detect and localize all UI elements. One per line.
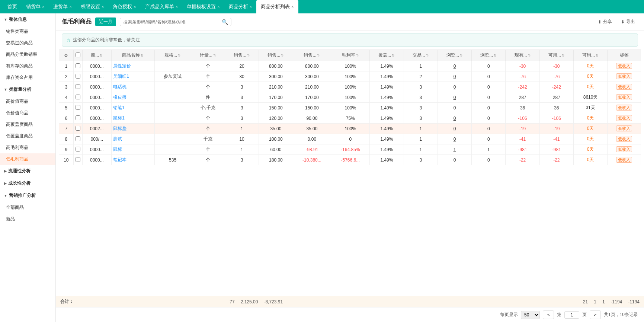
row-spec: 535	[154, 155, 191, 165]
row-name[interactable]: 铅笔1	[112, 103, 154, 113]
row-browse1[interactable]: 0	[438, 103, 471, 113]
row-checkbox[interactable]	[73, 61, 82, 71]
sidebar-item-sales-products[interactable]: 销售类商品	[0, 26, 55, 37]
row-checkbox[interactable]	[73, 144, 82, 155]
sidebar-group-growth[interactable]: ▶ 成长性分析	[0, 177, 55, 189]
table-row: 3 0000... 电话机 个 3 210.00 210.00 100% 1.4…	[59, 82, 641, 92]
nav-sales[interactable]: 销货单 ×	[22, 0, 49, 13]
nav-product-analysis-list-close[interactable]: ×	[291, 4, 294, 9]
row-spec	[154, 113, 191, 124]
select-all-checkbox[interactable]	[76, 52, 80, 57]
sidebar-item-inventory-capital[interactable]: 库存资金占用	[0, 72, 55, 83]
row-browse1[interactable]: 0	[438, 113, 471, 124]
nav-purchase-close[interactable]: ×	[69, 4, 71, 9]
row-name[interactable]: 测试	[112, 134, 154, 144]
sidebar-item-new-products[interactable]: 新品	[0, 213, 55, 225]
nav-roles[interactable]: 角色授权 ×	[108, 0, 140, 13]
row-browse1[interactable]: 0	[438, 92, 471, 103]
row-checkbox[interactable]	[73, 134, 82, 144]
nav-sales-close[interactable]: ×	[42, 4, 44, 9]
row-name[interactable]: 鼠标垫	[112, 124, 154, 134]
sidebar-group-overall[interactable]: ▼ 整体信息	[0, 13, 55, 26]
sidebar-item-low-value[interactable]: 低价值商品	[0, 107, 55, 119]
row-name[interactable]: 鼠标1	[112, 113, 154, 124]
share-button[interactable]: ⬆ 分享	[595, 17, 615, 26]
col-browse2[interactable]: 浏览... ⇅	[472, 50, 506, 61]
row-name[interactable]: 橡皮擦	[112, 92, 154, 103]
col-sales-price[interactable]: 销售... ⇅	[259, 50, 293, 61]
sidebar-item-high-coverage[interactable]: 高覆盖度商品	[0, 119, 55, 130]
col-sales-qty[interactable]: 销售... ⇅	[225, 50, 259, 61]
page-input[interactable]	[564, 311, 579, 319]
row-name[interactable]: 电话机	[112, 82, 154, 92]
col-browse1[interactable]: 浏览... ⇅	[438, 50, 471, 61]
row-transaction: 2	[404, 71, 438, 82]
search-input[interactable]	[123, 19, 222, 25]
sidebar-item-low-coverage[interactable]: 低覆盖度商品	[0, 130, 55, 142]
row-name[interactable]: 鼠标	[112, 144, 154, 155]
row-sellable: 0天	[573, 155, 607, 165]
col-available[interactable]: 可用... ⇅	[539, 50, 573, 61]
row-checkbox[interactable]	[73, 82, 82, 92]
col-gross-margin[interactable]: 毛利率 ⇅	[331, 50, 370, 61]
sidebar-group-circulation[interactable]: ▶ 流通性分析	[0, 165, 55, 177]
nav-permissions-close[interactable]: ×	[102, 4, 104, 9]
nav-template-settings[interactable]: 单据模板设置 ×	[182, 0, 224, 13]
sidebar-group-marketing[interactable]: ▼ 营销推广分析	[0, 189, 55, 202]
row-browse1[interactable]: 0	[438, 155, 471, 165]
row-checkbox[interactable]	[73, 124, 82, 134]
nav-template-close[interactable]: ×	[217, 4, 220, 9]
row-browse1[interactable]: 1	[438, 144, 471, 155]
row-browse1[interactable]: 0	[438, 61, 471, 71]
per-page-select[interactable]: 50 100 200	[521, 311, 540, 319]
row-sales-qty: 20	[225, 61, 259, 71]
nav-product-analysis-close[interactable]: ×	[250, 4, 252, 9]
sidebar-item-category-rate[interactable]: 商品分类助销率	[0, 49, 55, 60]
export-button[interactable]: ⬇ 导出	[618, 17, 638, 26]
row-checkbox[interactable]	[73, 103, 82, 113]
col-sales-amount[interactable]: 销售... ⇅	[293, 50, 331, 61]
period-button[interactable]: 近一月	[95, 17, 116, 26]
col-name[interactable]: 商品名称 ⇅	[112, 50, 154, 61]
nav-product-entry[interactable]: 产成品入库单 ×	[141, 0, 182, 13]
sidebar-item-high-margin[interactable]: 高毛利商品	[0, 142, 55, 153]
col-spec[interactable]: 规格... ⇅	[154, 50, 191, 61]
nav-purchase[interactable]: 进货单 ×	[49, 0, 76, 13]
row-no: 6	[59, 113, 74, 124]
sidebar-item-all-products[interactable]: 全部商品	[0, 202, 55, 213]
row-sales-price: 150.00	[259, 103, 293, 113]
prev-page-button[interactable]: ＜	[543, 310, 554, 319]
nav-permissions[interactable]: 权限设置 ×	[76, 0, 108, 13]
row-checkbox[interactable]	[73, 155, 82, 165]
sidebar-group-cluster[interactable]: ▼ 类群量分析	[0, 83, 55, 96]
nav-roles-close[interactable]: ×	[134, 4, 136, 9]
row-name[interactable]: 吴细细1	[112, 71, 154, 82]
col-settings[interactable]: ⚙	[59, 50, 74, 61]
nav-product-analysis[interactable]: 商品分析 ×	[224, 0, 256, 13]
col-tag[interactable]: 标签	[608, 50, 641, 61]
row-browse1[interactable]: 0	[438, 71, 471, 82]
nav-product-entry-close[interactable]: ×	[176, 4, 178, 9]
col-sellable[interactable]: 可销... ⇅	[573, 50, 607, 61]
row-name[interactable]: 笔记本	[112, 155, 154, 165]
sidebar-item-stocked-products[interactable]: 有库存的商品	[0, 60, 55, 72]
col-transaction[interactable]: 交易... ⇅	[404, 50, 438, 61]
col-coverage[interactable]: 覆盖... ⇅	[370, 50, 404, 61]
sidebar-item-high-value[interactable]: 高价值商品	[0, 96, 55, 107]
sidebar-item-traded-products[interactable]: 交易过的商品	[0, 37, 55, 49]
row-browse1[interactable]: 0	[438, 82, 471, 92]
row-checkbox[interactable]	[73, 113, 82, 124]
row-browse1[interactable]: 0	[438, 124, 471, 134]
sidebar-item-low-margin[interactable]: 低毛利商品	[0, 153, 55, 165]
row-browse1[interactable]: 0	[438, 134, 471, 144]
row-name[interactable]: 属性定价	[112, 61, 154, 71]
col-current-stock[interactable]: 现有... ⇅	[506, 50, 539, 61]
col-unit[interactable]: 计量... ⇅	[191, 50, 225, 61]
row-checkbox[interactable]	[73, 92, 82, 103]
col-code[interactable]: 商... ⇅	[82, 50, 112, 61]
nav-product-analysis-list[interactable]: 商品分析列表 ×	[256, 0, 298, 13]
row-checkbox[interactable]	[73, 71, 82, 82]
col-checkbox[interactable]	[73, 50, 82, 61]
next-page-button[interactable]: ＞	[590, 310, 601, 319]
nav-home[interactable]: 首页	[3, 0, 22, 13]
